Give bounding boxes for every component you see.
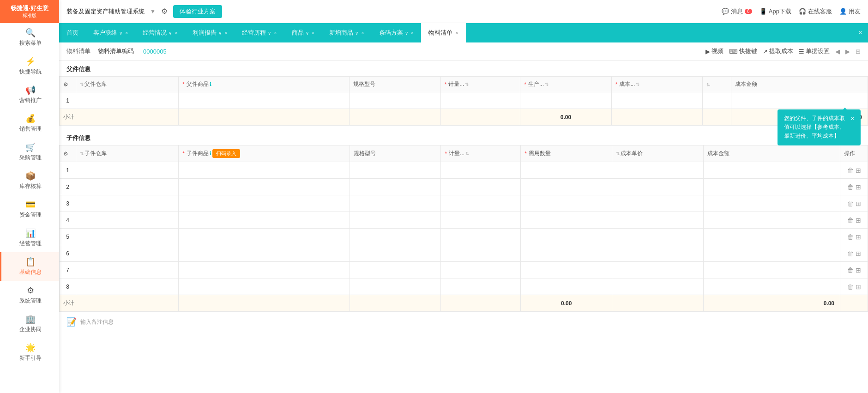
copy-icon-7[interactable]: ⊞ bbox=[856, 266, 861, 274]
parent-sort-cell[interactable] bbox=[703, 92, 731, 109]
child-amount-cell-6[interactable] bbox=[703, 245, 840, 262]
child-warehouse-cell-2[interactable] bbox=[76, 179, 179, 195]
extract-cost-action[interactable]: ↗ 提取成本 bbox=[763, 47, 793, 55]
child-amount-cell-4[interactable] bbox=[703, 212, 840, 229]
child-unitcost-cell-1[interactable] bbox=[612, 162, 703, 179]
child-unit-cell-5[interactable] bbox=[441, 229, 521, 245]
copy-icon-8[interactable]: ⊞ bbox=[856, 283, 861, 290]
sidebar-item-basicinfo[interactable]: 📋 基础信息 bbox=[0, 252, 59, 281]
child-unitcost-cell-2[interactable] bbox=[612, 179, 703, 195]
tab-goods-close[interactable]: × bbox=[312, 30, 314, 36]
child-warehouse-cell-4[interactable] bbox=[76, 212, 179, 229]
sidebar-item-inventory[interactable]: 📦 库存核算 bbox=[0, 166, 59, 195]
delete-icon-7[interactable]: 🗑 bbox=[847, 266, 854, 274]
child-product-cell-4[interactable] bbox=[179, 212, 350, 229]
sidebar-item-search[interactable]: 🔍 搜索菜单 bbox=[0, 23, 59, 52]
child-unitcost-cell-6[interactable] bbox=[612, 245, 703, 262]
child-qty-cell-5[interactable] bbox=[521, 229, 612, 245]
sidebar-item-marketing[interactable]: 📢 营销推广 bbox=[0, 80, 59, 109]
child-spec-cell-6[interactable] bbox=[350, 245, 441, 262]
child-warehouse-cell-8[interactable] bbox=[76, 278, 179, 295]
delete-icon-1[interactable]: 🗑 bbox=[847, 167, 854, 174]
tab-history-close[interactable]: × bbox=[274, 30, 277, 36]
child-unitcost-cell-5[interactable] bbox=[612, 229, 703, 245]
child-unitcost-cell-3[interactable] bbox=[612, 195, 703, 212]
child-unit-cell-3[interactable] bbox=[441, 195, 521, 212]
child-amount-cell-2[interactable] bbox=[703, 179, 840, 195]
system-dropdown-icon[interactable]: ▼ bbox=[150, 8, 156, 15]
tab-ng-close[interactable]: × bbox=[361, 30, 364, 36]
user-button[interactable]: 👤 用友 bbox=[839, 7, 861, 16]
tab-business-status[interactable]: 经营情况 ∨ × bbox=[135, 23, 185, 42]
child-qty-cell-7[interactable] bbox=[521, 262, 612, 278]
tab-home[interactable]: 首页 bbox=[59, 23, 86, 42]
child-product-cell-1[interactable] bbox=[179, 162, 350, 179]
tab-barcode[interactable]: 条码方案 ∨ × bbox=[372, 23, 421, 42]
child-uc-sort[interactable]: ⇅ bbox=[616, 151, 620, 156]
child-product-cell-5[interactable] bbox=[179, 229, 350, 245]
child-amount-cell-3[interactable] bbox=[703, 195, 840, 212]
tab-bom-close[interactable]: × bbox=[455, 30, 458, 36]
copy-icon-2[interactable]: ⊞ bbox=[856, 183, 861, 191]
child-spec-cell-5[interactable] bbox=[350, 229, 441, 245]
parent-prod-sort[interactable]: ⇅ bbox=[545, 82, 549, 87]
parent-unit-cell[interactable] bbox=[440, 92, 520, 109]
child-warehouse-cell-3[interactable] bbox=[76, 195, 179, 212]
parent-production-cell[interactable] bbox=[520, 92, 611, 109]
message-button[interactable]: 💬 消息 6 bbox=[722, 7, 752, 16]
child-product-cell-3[interactable] bbox=[179, 195, 350, 212]
child-amount-cell-8[interactable] bbox=[703, 278, 840, 295]
parent-wh-sort[interactable]: ⇅ bbox=[80, 82, 84, 87]
tab-customer[interactable]: 客户联络 ∨ × bbox=[86, 23, 135, 42]
child-warehouse-cell-1[interactable] bbox=[76, 162, 179, 179]
child-warehouse-cell-6[interactable] bbox=[76, 245, 179, 262]
shortcut-action[interactable]: ⌨ 快捷键 bbox=[729, 47, 757, 55]
sidebar-item-business[interactable]: 📊 经营管理 bbox=[0, 224, 59, 252]
child-warehouse-cell-7[interactable] bbox=[76, 262, 179, 278]
scan-button[interactable]: 扫码录入 bbox=[212, 149, 240, 158]
child-warehouse-cell-5[interactable] bbox=[76, 229, 179, 245]
copy-icon-1[interactable]: ⊞ bbox=[856, 167, 861, 174]
sidebar-item-sales[interactable]: 💰 销售管理 bbox=[0, 109, 59, 138]
parent-product-cell[interactable] bbox=[179, 92, 350, 109]
nav-left-icon[interactable]: ◀ bbox=[835, 48, 840, 55]
child-unit-cell-8[interactable] bbox=[441, 278, 521, 295]
sidebar-item-guide[interactable]: 🌟 新手引导 bbox=[0, 338, 59, 367]
sidebar-item-purchase[interactable]: 🛒 采购管理 bbox=[0, 138, 59, 166]
child-amount-cell-1[interactable] bbox=[703, 162, 840, 179]
child-qty-cell-2[interactable] bbox=[521, 179, 612, 195]
copy-icon-6[interactable]: ⊞ bbox=[856, 250, 861, 257]
nav-right-icon[interactable]: ▶ bbox=[845, 48, 850, 55]
copy-icon-4[interactable]: ⊞ bbox=[856, 217, 861, 224]
child-unit-cell-4[interactable] bbox=[441, 212, 521, 229]
child-spec-cell-3[interactable] bbox=[350, 195, 441, 212]
app-download-button[interactable]: 📱 App下载 bbox=[760, 7, 791, 16]
child-amount-cell-5[interactable] bbox=[703, 229, 840, 245]
child-spec-cell-4[interactable] bbox=[350, 212, 441, 229]
parent-unit-sort[interactable]: ⇅ bbox=[465, 82, 469, 87]
child-th-gear[interactable]: ⚙ bbox=[60, 145, 76, 162]
delete-icon-2[interactable]: 🗑 bbox=[847, 183, 854, 191]
child-unit-cell-7[interactable] bbox=[441, 262, 521, 278]
child-unitcost-cell-4[interactable] bbox=[612, 212, 703, 229]
child-amount-cell-7[interactable] bbox=[703, 262, 840, 278]
parent-amount-cell[interactable] bbox=[731, 92, 868, 109]
tab-bs-close[interactable]: × bbox=[175, 30, 177, 36]
delete-icon-3[interactable]: 🗑 bbox=[847, 200, 854, 207]
child-qty-cell-6[interactable] bbox=[521, 245, 612, 262]
child-product-cell-7[interactable] bbox=[179, 262, 350, 278]
child-qty-cell-1[interactable] bbox=[521, 162, 612, 179]
parent-warehouse-cell[interactable] bbox=[76, 92, 179, 109]
copy-icon-5[interactable]: ⊞ bbox=[856, 233, 861, 241]
child-spec-cell-1[interactable] bbox=[350, 162, 441, 179]
child-qty-cell-8[interactable] bbox=[521, 278, 612, 295]
child-unit-cell-1[interactable] bbox=[441, 162, 521, 179]
online-service-button[interactable]: 🎧 在线客服 bbox=[799, 7, 832, 16]
child-spec-cell-2[interactable] bbox=[350, 179, 441, 195]
child-qty-cell-3[interactable] bbox=[521, 195, 612, 212]
delete-icon-5[interactable]: 🗑 bbox=[847, 233, 854, 241]
grid-icon[interactable]: ⊞ bbox=[856, 48, 861, 55]
single-settings-action[interactable]: ☰ 单据设置 bbox=[799, 47, 830, 55]
settings-icon[interactable]: ⚙ bbox=[161, 7, 168, 16]
sidebar-item-system[interactable]: ⚙ 系统管理 bbox=[0, 281, 59, 309]
